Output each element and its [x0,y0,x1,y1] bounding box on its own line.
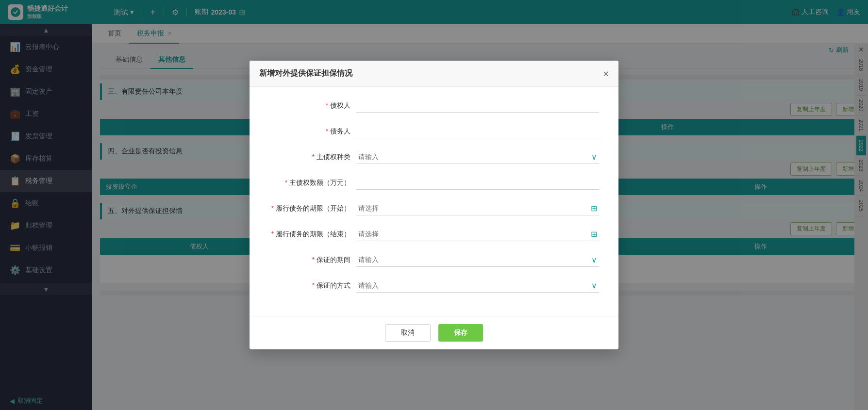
date-period-start[interactable]: ⊞ [356,201,599,215]
modal: 新增对外提供保证担保情况 × * 债权人 * 债务人 [250,61,618,349]
required-star-period-start: * [271,204,274,212]
modal-body: * 债权人 * 债务人 * 主债权种类 [250,87,618,316]
date-period-end[interactable]: ⊞ [356,227,599,241]
form-row-guarantee-period: * 保证的期间 ∨ [269,253,599,267]
form-row-period-start: * 履行债务的期限（开始） ⊞ [269,201,599,215]
required-star-creditor: * [326,101,328,109]
select-guarantee-period-input[interactable] [356,253,589,266]
select-guarantee-method[interactable]: ∨ [356,279,599,293]
calendar-end-icon[interactable]: ⊞ [589,230,599,239]
select-debt-type-input[interactable] [356,150,589,164]
required-star-debt-type: * [312,153,315,161]
form-row-debt-amount: * 主债权数额（万元） [269,176,599,190]
label-guarantee-method: * 保证的方式 [269,281,356,290]
modal-title: 新增对外提供保证担保情况 [259,68,352,79]
calendar-start-icon[interactable]: ⊞ [589,204,599,213]
select-guarantee-period[interactable]: ∨ [356,253,599,267]
label-debt-amount: * 主债权数额（万元） [269,179,356,187]
chevron-guarantee-period-icon: ∨ [589,255,599,264]
label-period-start: * 履行债务的期限（开始） [269,204,356,213]
modal-close-btn[interactable]: × [603,69,609,79]
modal-overlay[interactable]: 新增对外提供保证担保情况 × * 债权人 * 债务人 [0,0,868,410]
save-button[interactable]: 保存 [438,324,483,342]
required-star-debt-amount: * [285,179,287,186]
form-row-guarantee-method: * 保证的方式 ∨ [269,279,599,293]
date-period-end-input[interactable] [356,227,589,241]
select-guarantee-method-input[interactable] [356,279,589,292]
required-star-debtor: * [326,127,328,135]
label-debt-type: * 主债权种类 [269,153,356,162]
form-row-debt-type: * 主债权种类 ∨ [269,150,599,164]
label-period-end: * 履行债务的期限（结束） [269,230,356,239]
label-debtor: * 债务人 [269,127,356,136]
required-star-guarantee-period: * [312,256,315,263]
form-row-creditor: * 债权人 [269,98,599,113]
cancel-button[interactable]: 取消 [385,324,431,342]
chevron-guarantee-method-icon: ∨ [589,281,599,290]
required-star-period-end: * [271,230,274,238]
chevron-debt-type-icon: ∨ [589,152,599,162]
select-debt-type[interactable]: ∨ [356,150,599,164]
modal-header: 新增对外提供保证担保情况 × [250,61,618,87]
input-debtor[interactable] [356,124,599,138]
label-creditor: * 债权人 [269,101,356,110]
form-row-period-end: * 履行债务的期限（结束） ⊞ [269,227,599,241]
label-guarantee-period: * 保证的期间 [269,256,356,264]
form-row-debtor: * 债务人 [269,124,599,138]
modal-footer: 取消 保存 [250,316,618,349]
required-star-guarantee-method: * [312,281,315,289]
input-debt-amount[interactable] [356,176,599,190]
input-creditor[interactable] [356,98,599,113]
date-period-start-input[interactable] [356,201,589,215]
